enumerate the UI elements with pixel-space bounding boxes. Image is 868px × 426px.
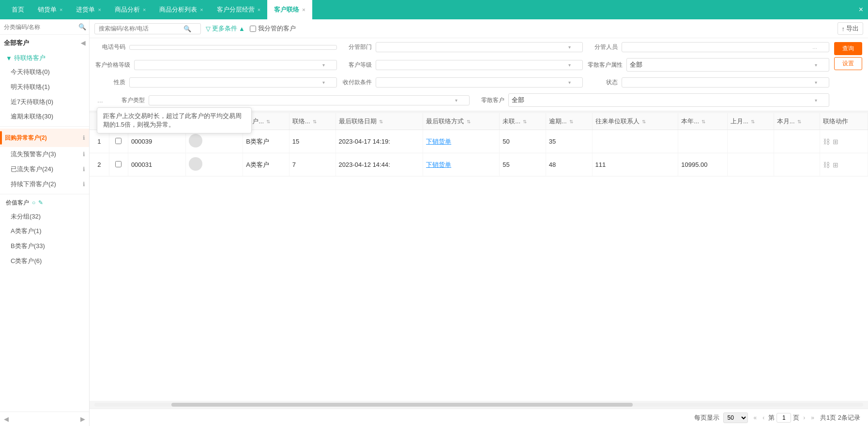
retail-customer-select[interactable]: 全部 ▾: [508, 93, 829, 107]
sidebar-item-class-c[interactable]: C类客户(6): [0, 254, 89, 269]
col-this-month[interactable]: 本月... ⇅: [774, 113, 820, 130]
sidebar-collapse-icon[interactable]: ◀: [81, 40, 85, 46]
col-this-year[interactable]: 本年... ⇅: [678, 113, 728, 130]
nav-tab-product-list[interactable]: 商品分析列表 ×: [152, 0, 210, 19]
phone-input[interactable]: [129, 45, 337, 50]
horizontal-scrollbar[interactable]: [94, 403, 863, 407]
all-customers-header[interactable]: 全部客户 ◀: [0, 35, 89, 51]
sidebar-item-declining[interactable]: 持续下滑客户(2) ℹ: [0, 177, 89, 192]
edit-value-icon[interactable]: ✎: [38, 199, 43, 206]
sidebar-value-group-header[interactable]: 价值客户 ○ ✎: [0, 196, 89, 209]
row2-name[interactable]: [185, 153, 243, 176]
sidebar-item-7days[interactable]: 近7天待联络(0): [0, 95, 89, 110]
advanced-filter: 电话号码 分管部门 ▾: [90, 38, 868, 111]
sidebar-divider-1: [0, 126, 89, 127]
sidebar-left-arrow[interactable]: ◀: [4, 415, 9, 423]
sidebar-item-churned[interactable]: 已流失客户(24) ℹ: [0, 162, 89, 177]
close-product-list-tab[interactable]: ×: [200, 7, 203, 13]
gender-select[interactable]: ▾: [129, 77, 337, 88]
declining-info-icon[interactable]: ℹ: [83, 180, 85, 189]
col-uncontacted[interactable]: 未联... ⇅: [500, 113, 546, 130]
col-last-contact-date[interactable]: 最后联络日期 ⇅: [335, 113, 423, 130]
sidebar-item-tomorrow[interactable]: 明天待联络(1): [0, 80, 89, 95]
window-close-icon[interactable]: ×: [859, 5, 863, 14]
dept-select[interactable]: ▾: [376, 42, 583, 52]
payment-select[interactable]: ▾: [376, 77, 583, 88]
nav-tab-customer-tier[interactable]: 客户分层经营 ×: [210, 0, 267, 19]
row2-checkbox[interactable]: [109, 153, 128, 176]
sidebar-item-churn-warning[interactable]: 流失预警客户(3) ℹ: [0, 147, 89, 162]
row1-check[interactable]: [115, 138, 122, 144]
scrollbar-thumb[interactable]: [171, 403, 633, 407]
col-overdue[interactable]: 逾期... ⇅: [546, 113, 592, 130]
filter-row-4: ... 客户类型 ▾ 零散客户 全部: [95, 93, 829, 107]
query-button[interactable]: 查询: [834, 42, 862, 55]
next-page-btn[interactable]: ›: [801, 413, 807, 422]
first-page-btn[interactable]: «: [752, 413, 759, 422]
sidebar-item-ungrouped[interactable]: 未分组(32): [0, 209, 89, 224]
sidebar-search-icon[interactable]: 🔍: [78, 23, 86, 30]
row1-grid-icon[interactable]: ⊞: [833, 138, 838, 146]
nav-tab-sales[interactable]: 销货单 ×: [31, 0, 69, 19]
nav-tab-purchase[interactable]: 进货单 ×: [69, 0, 107, 19]
col-last-contact-method[interactable]: 最后联络方式 ⇅: [423, 113, 500, 130]
export-btn[interactable]: ↑ 导出: [838, 22, 864, 35]
status-select[interactable]: ▾: [622, 77, 829, 88]
page-size-select[interactable]: 50 100 200: [723, 412, 748, 423]
row1-link-icon[interactable]: ⛓: [823, 138, 830, 146]
sidebar-item-repurchase-anomaly[interactable]: 回购异常客户(2) ℹ: [0, 129, 89, 147]
row2-code[interactable]: 000031: [128, 153, 185, 176]
row1-last-contact-method[interactable]: 下销货单: [423, 130, 500, 153]
retail-attr-select[interactable]: 全部 ▾: [626, 58, 829, 72]
customer-level-select[interactable]: ▾: [376, 60, 583, 70]
search-input[interactable]: [99, 25, 181, 32]
manager-select[interactable]: …: [622, 42, 829, 52]
sidebar-item-today[interactable]: 今天待联络(0): [0, 65, 89, 80]
my-customers-check[interactable]: [250, 26, 256, 32]
sidebar-group-pending[interactable]: ▼ 待联络客户: [0, 51, 89, 65]
my-customers-checkbox[interactable]: 我分管的客户: [250, 24, 296, 33]
customer-type-select[interactable]: ▾: [149, 95, 470, 105]
close-customer-contact-tab[interactable]: ×: [302, 7, 305, 13]
page-number-input[interactable]: [777, 413, 791, 423]
nav-tab-home[interactable]: 首页: [5, 0, 31, 19]
close-sales-tab[interactable]: ×: [60, 7, 62, 13]
price-level-select[interactable]: ▾: [134, 60, 337, 70]
sidebar-search-input[interactable]: [4, 24, 76, 30]
prev-page-btn[interactable]: ‹: [761, 413, 766, 422]
sidebar-item-class-b[interactable]: B类客户(33): [0, 239, 89, 254]
close-customer-tier-tab[interactable]: ×: [258, 7, 260, 13]
filter-more-dots[interactable]: ...: [95, 96, 105, 104]
col-contact-count[interactable]: 联络... ⇅: [289, 113, 335, 130]
close-product-analysis-tab[interactable]: ×: [143, 7, 146, 13]
row2-link-icon[interactable]: ⛓: [823, 161, 830, 169]
search-icon[interactable]: 🔍: [183, 25, 191, 32]
churned-info-icon[interactable]: ℹ: [83, 165, 85, 174]
export-icon: ↑: [842, 25, 845, 32]
refresh-icon[interactable]: ○: [32, 199, 35, 206]
filter-customer-level: 客户等级 ▾: [342, 60, 583, 70]
sidebar-item-class-a[interactable]: A类客户(1): [0, 224, 89, 239]
row2-last-contact-method[interactable]: 下销货单: [423, 153, 500, 176]
sidebar-item-overdue[interactable]: 逾期未联络(30): [0, 109, 89, 124]
last-page-btn[interactable]: »: [809, 413, 816, 422]
filter-row-3: 性质 ▾ 收付款条件 ▾: [95, 77, 829, 88]
row2-check[interactable]: [115, 161, 122, 167]
col-company-contact[interactable]: 往来单位联系人 ⇅: [592, 113, 678, 130]
nav-tab-customer-contact[interactable]: 客户联络 ×: [267, 0, 312, 19]
sidebar-right-arrow[interactable]: ▶: [80, 415, 85, 423]
nav-tab-product-analysis[interactable]: 商品分析 ×: [108, 0, 152, 19]
main-layout: 🔍 全部客户 ◀ ▼ 待联络客户 今天待联络(0) 明天待联络(1) 近7天待联…: [0, 19, 868, 426]
row2-grid-icon[interactable]: ⊞: [833, 161, 838, 169]
churn-warning-info-icon[interactable]: ℹ: [83, 150, 85, 159]
row1-uncontacted: 50: [500, 130, 546, 153]
table-row: 2 000031 A类客户: [90, 153, 868, 176]
repurchase-info-icon[interactable]: ℹ: [83, 134, 85, 141]
more-conditions-btn[interactable]: ▽ 更多条件 ▲: [206, 24, 245, 33]
row1-company-contact: [592, 130, 678, 153]
set-button[interactable]: 设置: [834, 57, 862, 70]
close-purchase-tab[interactable]: ×: [98, 7, 101, 13]
col-last-month[interactable]: 上月... ⇅: [728, 113, 774, 130]
sidebar-bottom: ◀ ▶: [0, 411, 89, 426]
sidebar-body: 全部客户 ◀ ▼ 待联络客户 今天待联络(0) 明天待联络(1) 近7天待联络(…: [0, 35, 89, 411]
